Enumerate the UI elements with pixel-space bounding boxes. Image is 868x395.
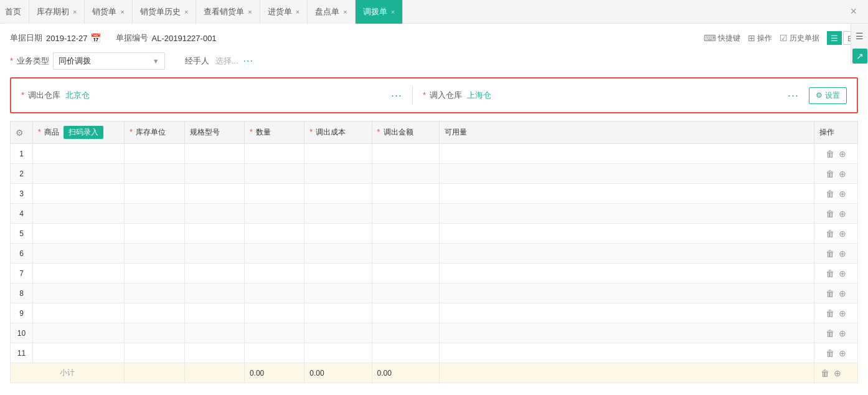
copy-icon[interactable]: ⊕ xyxy=(839,189,846,199)
product-cell[interactable] xyxy=(33,204,125,224)
spec-cell[interactable] xyxy=(184,244,244,264)
cost-cell[interactable] xyxy=(304,144,372,164)
calendar-icon[interactable]: 📅 xyxy=(90,33,101,43)
spec-cell[interactable] xyxy=(184,224,244,244)
amount-cell[interactable] xyxy=(372,323,439,343)
amount-cell[interactable] xyxy=(372,244,439,264)
copy-icon[interactable]: ⊕ xyxy=(839,249,846,259)
copy-icon[interactable]: ⊕ xyxy=(839,229,846,239)
handler-more-icon[interactable]: ··· xyxy=(243,55,253,67)
quantity-cell[interactable] xyxy=(244,264,304,283)
spec-cell[interactable] xyxy=(184,204,244,224)
cost-cell[interactable] xyxy=(304,204,372,224)
delete-icon[interactable]: 🗑 xyxy=(826,209,834,219)
copy-icon[interactable]: ⊕ xyxy=(839,328,846,338)
available-cell[interactable] xyxy=(439,303,814,323)
cost-cell[interactable] xyxy=(304,283,372,303)
available-cell[interactable] xyxy=(439,144,814,164)
subtotal-copy-icon[interactable]: ⊕ xyxy=(834,368,841,378)
unit-cell[interactable] xyxy=(125,164,184,184)
cost-cell[interactable] xyxy=(304,184,372,204)
cost-cell[interactable] xyxy=(304,164,372,184)
tab-sales[interactable]: 销货单 × xyxy=(85,0,132,24)
tab-view-sales[interactable]: 查看销货单 × xyxy=(196,0,260,24)
delete-icon[interactable]: 🗑 xyxy=(826,149,834,159)
amount-cell[interactable] xyxy=(372,224,439,244)
unit-cell[interactable] xyxy=(125,244,184,264)
amount-cell[interactable] xyxy=(372,343,439,363)
tab-purchase[interactable]: 进货单 × xyxy=(260,0,308,24)
tab-inventory[interactable]: 盘点单 × xyxy=(308,0,355,24)
shortcut-button[interactable]: ⌨ 快捷键 xyxy=(704,33,740,44)
tab-transfer[interactable]: 调拨单 × xyxy=(356,0,403,24)
cost-cell[interactable] xyxy=(304,264,372,283)
th-settings[interactable]: ⚙ xyxy=(11,121,33,144)
amount-cell[interactable] xyxy=(372,144,439,164)
tab-sales-history[interactable]: 销货单历史 × xyxy=(133,0,196,24)
operations-button[interactable]: ⊞ 操作 xyxy=(748,33,772,44)
spec-cell[interactable] xyxy=(184,164,244,184)
tab-close-view-sales[interactable]: × xyxy=(248,8,252,16)
cost-cell[interactable] xyxy=(304,244,372,264)
tab-close-purchase[interactable]: × xyxy=(296,8,300,16)
delete-icon[interactable]: 🗑 xyxy=(826,229,834,239)
quantity-cell[interactable] xyxy=(244,244,304,264)
copy-icon[interactable]: ⊕ xyxy=(839,209,846,219)
history-button[interactable]: ☑ 历史单据 xyxy=(780,33,819,44)
sidebar-list-icon[interactable]: ☰ xyxy=(852,29,867,44)
available-cell[interactable] xyxy=(439,283,814,303)
quantity-cell[interactable] xyxy=(244,204,304,224)
unit-cell[interactable] xyxy=(125,204,184,224)
delete-icon[interactable]: 🗑 xyxy=(826,328,834,338)
available-cell[interactable] xyxy=(439,244,814,264)
amount-cell[interactable] xyxy=(372,283,439,303)
quantity-cell[interactable] xyxy=(244,144,304,164)
spec-cell[interactable] xyxy=(184,303,244,323)
out-warehouse-more-icon[interactable]: ··· xyxy=(386,89,407,102)
subtotal-delete-icon[interactable]: 🗑 xyxy=(821,368,829,378)
delete-icon[interactable]: 🗑 xyxy=(826,189,834,199)
copy-icon[interactable]: ⊕ xyxy=(839,169,846,179)
tab-home[interactable]: 首页 xyxy=(5,0,29,24)
handler-placeholder[interactable]: 选择... xyxy=(215,55,238,67)
unit-cell[interactable] xyxy=(125,224,184,244)
product-cell[interactable] xyxy=(33,283,125,303)
unit-cell[interactable] xyxy=(125,303,184,323)
product-cell[interactable] xyxy=(33,303,125,323)
unit-cell[interactable] xyxy=(125,264,184,283)
spec-cell[interactable] xyxy=(184,323,244,343)
delete-icon[interactable]: 🗑 xyxy=(826,288,834,298)
quantity-cell[interactable] xyxy=(244,224,304,244)
available-cell[interactable] xyxy=(439,204,814,224)
scan-button[interactable]: 扫码录入 xyxy=(64,126,103,139)
delete-icon[interactable]: 🗑 xyxy=(826,269,834,278)
in-warehouse-value[interactable]: 上海仓 xyxy=(467,90,491,101)
product-cell[interactable] xyxy=(33,224,125,244)
spec-cell[interactable] xyxy=(184,343,244,363)
available-cell[interactable] xyxy=(439,264,814,283)
product-cell[interactable] xyxy=(33,343,125,363)
tab-close-inventory[interactable]: × xyxy=(343,8,347,16)
available-cell[interactable] xyxy=(439,184,814,204)
copy-icon[interactable]: ⊕ xyxy=(839,288,846,298)
settings-button[interactable]: ⚙ 设置 xyxy=(809,87,847,104)
unit-cell[interactable] xyxy=(125,323,184,343)
delete-icon[interactable]: 🗑 xyxy=(826,348,834,358)
copy-icon[interactable]: ⊕ xyxy=(839,348,846,358)
spec-cell[interactable] xyxy=(184,264,244,283)
tab-close-sales[interactable]: × xyxy=(120,8,124,16)
delete-icon[interactable]: 🗑 xyxy=(826,249,834,259)
business-type-select[interactable]: 同价调拨 ▼ xyxy=(53,52,165,70)
in-warehouse-more-icon[interactable]: ··· xyxy=(783,89,804,102)
cost-cell[interactable] xyxy=(304,323,372,343)
spec-cell[interactable] xyxy=(184,283,244,303)
unit-cell[interactable] xyxy=(125,343,184,363)
delete-icon[interactable]: 🗑 xyxy=(826,308,834,318)
product-cell[interactable] xyxy=(33,264,125,283)
quantity-cell[interactable] xyxy=(244,184,304,204)
amount-cell[interactable] xyxy=(372,264,439,283)
product-cell[interactable] xyxy=(33,164,125,184)
product-cell[interactable] xyxy=(33,244,125,264)
product-cell[interactable] xyxy=(33,323,125,343)
copy-icon[interactable]: ⊕ xyxy=(839,149,846,159)
